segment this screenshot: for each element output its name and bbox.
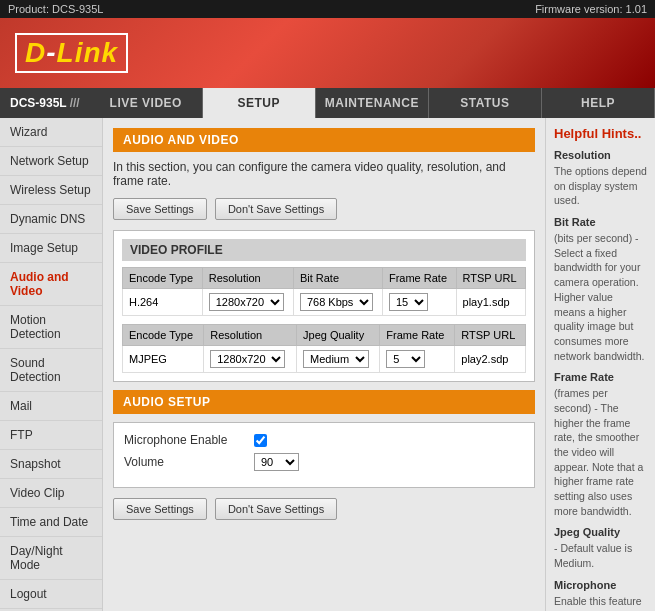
microphone-enable-checkbox[interactable] [254,434,267,447]
help-jpeg-text: - Default value is Medium. [554,541,647,570]
sidebar-item-wireless-setup[interactable]: Wireless Setup [0,176,102,205]
dont-save-settings-top-button[interactable]: Don't Save Settings [215,198,337,220]
help-jpeg-title: Jpeg Quality [554,526,647,538]
sidebar-item-day-night-mode[interactable]: Day/Night Mode [0,537,102,580]
p2-jpeg-quality-select[interactable]: Medium Low High [303,350,369,368]
nav-bar: DCS-935L /// LIVE VIDEO SETUP MAINTENANC… [0,88,655,118]
help-bitrate-title: Bit Rate [554,216,647,228]
sidebar-item-audio-and-video[interactable]: Audio and Video [0,263,102,306]
volume-label: Volume [124,455,254,469]
sidebar-item-ftp[interactable]: FTP [0,421,102,450]
audio-setup-section: Microphone Enable Volume 90 10 20 30 40 … [113,422,535,488]
p2-jpeg-quality-header: Jpeg Quality [297,325,380,346]
sidebar-item-network-setup[interactable]: Network Setup [0,147,102,176]
tab-maintenance[interactable]: MAINTENANCE [316,88,429,118]
p1-encode-type-header: Encode Type [123,268,203,289]
tab-live-video[interactable]: LIVE VIDEO [90,88,203,118]
save-settings-bottom-button[interactable]: Save Settings [113,498,207,520]
microphone-enable-row: Microphone Enable [124,433,524,447]
p1-rtsp-url-value: play1.sdp [456,289,525,316]
p2-rtsp-url-value: play2.sdp [455,346,526,373]
p2-encode-type-value: MJPEG [123,346,204,373]
help-microphone-text: Enable this feature to hear audio from t… [554,594,647,611]
help-microphone-title: Microphone [554,579,647,591]
sidebar-item-video-clip[interactable]: Video Clip [0,479,102,508]
dont-save-settings-bottom-button[interactable]: Don't Save Settings [215,498,337,520]
bottom-btn-row: Save Settings Don't Save Settings [113,498,535,520]
p1-frame-rate-cell: 15 5 10 20 25 30 [382,289,456,316]
profile1-table: Encode Type Resolution Bit Rate Frame Ra… [122,267,526,316]
logo-link: Link [57,37,119,68]
audio-video-section-header: AUDIO AND VIDEO [113,128,535,152]
top-btn-row: Save Settings Don't Save Settings [113,198,535,220]
help-panel: Helpful Hints.. Resolution The options d… [545,118,655,611]
p2-frame-rate-select[interactable]: 5 10 15 20 25 30 [386,350,425,368]
sidebar-item-dynamic-dns[interactable]: Dynamic DNS [0,205,102,234]
microphone-enable-label: Microphone Enable [124,433,254,447]
save-settings-top-button[interactable]: Save Settings [113,198,207,220]
p1-resolution-header: Resolution [202,268,293,289]
top-bar: Product: DCS-935L Firmware version: 1.01 [0,0,655,18]
sidebar-item-motion-detection[interactable]: Motion Detection [0,306,102,349]
main-layout: Wizard Network Setup Wireless Setup Dyna… [0,118,655,611]
video-profile-section: VIDEO PROFILE Encode Type Resolution Bit… [113,230,535,382]
p2-jpeg-quality-cell: Medium Low High [297,346,380,373]
sidebar-item-logout[interactable]: Logout [0,580,102,609]
p1-resolution-cell: 1280x720 640x480 320x240 [202,289,293,316]
p2-encode-type-header: Encode Type [123,325,204,346]
help-title: Helpful Hints.. [554,126,647,141]
help-framerate-text: (frames per second) - The higher the fra… [554,386,647,518]
sidebar-item-time-and-date[interactable]: Time and Date [0,508,102,537]
p1-bit-rate-header: Bit Rate [293,268,382,289]
p1-frame-rate-header: Frame Rate [382,268,456,289]
firmware-label: Firmware version: 1.01 [535,3,647,15]
profile2-row: MJPEG 1280x720 640x480 320x240 Medium [123,346,526,373]
help-resolution-text: The options depend on display system use… [554,164,647,208]
audio-setup-header: AUDIO SETUP [113,390,535,414]
nav-tabs: LIVE VIDEO SETUP MAINTENANCE STATUS HELP [90,88,655,118]
tab-help[interactable]: HELP [542,88,655,118]
content-area: AUDIO AND VIDEO In this section, you can… [103,118,545,611]
p1-bit-rate-cell: 768 Kbps 512 Kbps 256 Kbps 1 Mbps [293,289,382,316]
volume-select[interactable]: 90 10 20 30 40 50 60 70 80 100 [254,453,299,471]
video-profile-title: VIDEO PROFILE [122,239,526,261]
logo-dash: - [46,37,56,68]
p2-rtsp-url-header: RTSP URL [455,325,526,346]
p1-resolution-select[interactable]: 1280x720 640x480 320x240 [209,293,284,311]
dlink-logo: D-Link [15,33,128,73]
sidebar-item-image-setup[interactable]: Image Setup [0,234,102,263]
help-resolution-title: Resolution [554,149,647,161]
tab-setup[interactable]: SETUP [203,88,316,118]
sidebar-item-sound-detection[interactable]: Sound Detection [0,349,102,392]
profile1-row: H.264 1280x720 640x480 320x240 768 Kbps [123,289,526,316]
p2-resolution-cell: 1280x720 640x480 320x240 [204,346,297,373]
p2-frame-rate-header: Frame Rate [380,325,455,346]
sidebar: Wizard Network Setup Wireless Setup Dyna… [0,118,103,611]
volume-row: Volume 90 10 20 30 40 50 60 70 80 100 [124,453,524,471]
profile2-table: Encode Type Resolution Jpeg Quality Fram… [122,324,526,373]
sidebar-item-mail[interactable]: Mail [0,392,102,421]
p1-encode-type-value: H.264 [123,289,203,316]
cam-model: DCS-935L /// [0,88,90,118]
p2-resolution-header: Resolution [204,325,297,346]
tab-status[interactable]: STATUS [429,88,542,118]
help-framerate-title: Frame Rate [554,371,647,383]
help-bitrate-text: (bits per second) - Select a fixed bandw… [554,231,647,363]
sidebar-item-snapshot[interactable]: Snapshot [0,450,102,479]
description-text: In this section, you can configure the c… [113,160,535,188]
p1-bit-rate-select[interactable]: 768 Kbps 512 Kbps 256 Kbps 1 Mbps [300,293,373,311]
p2-frame-rate-cell: 5 10 15 20 25 30 [380,346,455,373]
p1-frame-rate-select[interactable]: 15 5 10 20 25 30 [389,293,428,311]
p2-resolution-select[interactable]: 1280x720 640x480 320x240 [210,350,285,368]
p1-rtsp-url-header: RTSP URL [456,268,525,289]
header: D-Link [0,18,655,88]
logo-d: D [25,37,46,68]
product-label: Product: DCS-935L [8,3,103,15]
sidebar-item-wizard[interactable]: Wizard [0,118,102,147]
